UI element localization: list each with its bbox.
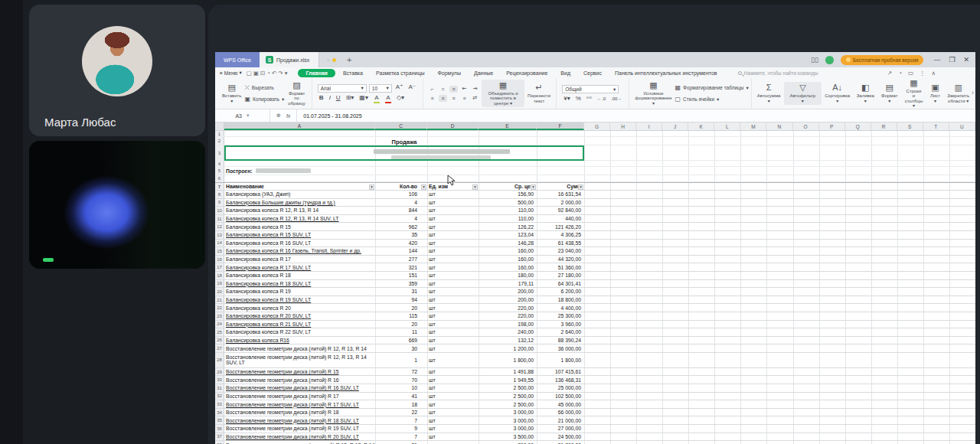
- row-number[interactable]: 3: [215, 145, 224, 160]
- row-number[interactable]: 28: [215, 353, 224, 367]
- row-number[interactable]: 36: [215, 425, 224, 433]
- table-row[interactable]: 33Восстановление геометрии диска (литой)…: [215, 400, 975, 409]
- column-header-O[interactable]: O: [793, 122, 819, 130]
- table-row[interactable]: 37Восстановление геометрии диска (литой)…: [215, 433, 975, 442]
- justify-icon[interactable]: ≡: [460, 95, 469, 102]
- increase-indent-icon[interactable]: ⇥: [471, 86, 479, 93]
- table-row[interactable]: 38Восстановление геометрии диска (стальн…: [215, 441, 975, 444]
- column-header-A[interactable]: A: [224, 122, 375, 130]
- conditional-formatting-button[interactable]: ▦ Условное форматирование ▾: [632, 81, 675, 106]
- column-header-S[interactable]: S: [897, 122, 923, 130]
- borders-button[interactable]: ⊞▾: [345, 95, 356, 103]
- fill-button[interactable]: ◧ Заливка ▾: [853, 83, 877, 103]
- format-painter-button[interactable]: ▨ Формат по образцу: [284, 81, 309, 106]
- table-row[interactable]: 11Балансировка колеса R 12, R 13, R 14 S…: [215, 215, 975, 224]
- row-number[interactable]: 33: [215, 400, 224, 408]
- row-number[interactable]: 34: [215, 409, 224, 416]
- notification-icon[interactable]: ◦: [327, 57, 329, 64]
- sort-button[interactable]: A↓ Сортировка ▾: [822, 83, 853, 103]
- table-row[interactable]: 9Балансировка Большие джипы (тундра и тд…: [215, 199, 975, 207]
- worksheet-button[interactable]: ▣ Лист ▾: [926, 83, 944, 103]
- merge-cells-icon[interactable]: ▦▾: [358, 95, 370, 103]
- sheet-row[interactable]: 7Наименование▾Кол-во▾Ед. изм▾Ср. цен▾Сум…: [215, 182, 975, 191]
- freeze-panes-button[interactable]: ▥ Закрепить области ▾: [944, 83, 972, 103]
- table-row[interactable]: 20Балансировка колеса R 1931шт200,006 20…: [215, 288, 975, 296]
- table-row[interactable]: 28Восстановление геометрии диска (литой)…: [215, 353, 975, 368]
- row-number[interactable]: 2: [215, 137, 224, 145]
- filter-dropdown-icon[interactable]: ▾: [578, 184, 583, 190]
- tab-Формулы[interactable]: Формулы: [432, 70, 466, 77]
- participant-tile-2[interactable]: [29, 141, 205, 269]
- row-number[interactable]: 26: [215, 337, 224, 344]
- row-number[interactable]: 12: [215, 223, 224, 230]
- document-tab[interactable]: S Продажи.xlsx: [260, 52, 319, 67]
- row-number[interactable]: 35: [215, 416, 224, 424]
- table-row[interactable]: 16Балансировка колеса R 17277шт160,0044 …: [215, 256, 975, 264]
- sheet-row[interactable]: 4: [215, 161, 975, 167]
- column-header-R[interactable]: R: [871, 122, 897, 130]
- decrease-indent-icon[interactable]: ⇤: [460, 86, 469, 93]
- table-row[interactable]: 13Балансировка колеса R 15 SUV, LT35шт12…: [215, 231, 975, 240]
- table-row[interactable]: 8Балансировка (УАЗ, Джип)106шт156,9016 6…: [215, 191, 975, 199]
- column-header-J[interactable]: J: [662, 122, 688, 130]
- font-color-button[interactable]: A: [384, 95, 393, 103]
- row-number[interactable]: 6: [215, 175, 224, 181]
- row-number[interactable]: 38: [215, 441, 224, 444]
- sheet-area[interactable]: ACDEFGHIJKLMNOPQRSTU 12Продажа345Построе…: [215, 122, 975, 444]
- row-number[interactable]: 23: [215, 312, 224, 320]
- sheet-row[interactable]: 2Продажа: [215, 137, 975, 145]
- tab-Вид[interactable]: Вид: [555, 70, 576, 77]
- table-row[interactable]: 29Восстановление геометрии диска (литой)…: [215, 368, 975, 377]
- row-number[interactable]: 16: [215, 256, 224, 263]
- close-button[interactable]: ✕: [963, 56, 969, 64]
- align-top-icon[interactable]: ⌐: [428, 86, 436, 93]
- orientation-icon[interactable]: ⇄: [471, 95, 479, 102]
- row-number[interactable]: 11: [215, 215, 224, 223]
- row-number[interactable]: 24: [215, 321, 224, 328]
- bold-button[interactable]: B: [318, 95, 325, 103]
- row-number[interactable]: 15: [215, 247, 224, 255]
- row-number[interactable]: 25: [215, 328, 224, 336]
- row-number[interactable]: 14: [215, 240, 224, 247]
- merge-center-button[interactable]: ▦ Объединить и поместить в центре ▾: [482, 80, 524, 108]
- table-row[interactable]: 36Восстановление геометрии диска (литой)…: [215, 425, 975, 433]
- filter-dropdown-icon[interactable]: ▾: [531, 184, 536, 190]
- column-header-F[interactable]: F: [537, 122, 584, 130]
- column-header-E[interactable]: E: [479, 122, 537, 130]
- table-row[interactable]: 10Балансировка колеса R 12, R 13, R 1484…: [215, 207, 975, 215]
- row-number[interactable]: 21: [215, 296, 224, 304]
- table-row[interactable]: 12Балансировка колеса R 15962шт126,22121…: [215, 223, 975, 231]
- cut-button[interactable]: ⤫Вырезать: [244, 83, 284, 92]
- column-header-M[interactable]: M: [740, 122, 766, 130]
- trial-badge[interactable]: Бесплатная пробная версия: [841, 55, 923, 65]
- row-number[interactable]: 37: [215, 433, 224, 441]
- table-row[interactable]: 32Восстановление геометрии диска (литой)…: [215, 393, 975, 401]
- copy-button[interactable]: ▣Копировать ▾: [244, 95, 284, 103]
- column-header-U[interactable]: U: [949, 122, 975, 130]
- decrease-decimal-icon[interactable]: ←.0: [596, 96, 607, 102]
- row-number[interactable]: 4: [215, 161, 224, 166]
- row-number[interactable]: 31: [215, 384, 224, 392]
- sheet-row[interactable]: 1: [215, 131, 975, 137]
- highlight-color-button[interactable]: A: [372, 95, 381, 103]
- row-number[interactable]: 7: [215, 183, 224, 190]
- column-header-N[interactable]: N: [766, 122, 792, 130]
- tab-Сервис[interactable]: Сервис: [578, 70, 607, 77]
- column-header-L[interactable]: L: [714, 122, 740, 130]
- number-format-select[interactable]: Общий▾: [562, 85, 619, 93]
- percent-icon[interactable]: %: [574, 96, 583, 102]
- row-number[interactable]: 29: [215, 368, 224, 376]
- row-number[interactable]: 1: [215, 131, 224, 136]
- row-number[interactable]: 13: [215, 231, 224, 239]
- row-number[interactable]: 27: [215, 344, 224, 352]
- account-avatar[interactable]: [825, 56, 834, 64]
- row-number[interactable]: 19: [215, 280, 224, 288]
- thousands-icon[interactable]: ⁰⁰⁰: [585, 96, 593, 102]
- table-row[interactable]: 15Балансировка колеса R 16 Газель, Trans…: [215, 247, 975, 256]
- column-header-K[interactable]: K: [688, 122, 714, 130]
- new-tab-button[interactable]: +: [347, 55, 351, 64]
- column-header-Q[interactable]: Q: [845, 122, 871, 130]
- column-header-T[interactable]: T: [923, 122, 949, 130]
- currency-icon[interactable]: ¥▾: [562, 96, 571, 102]
- align-middle-icon[interactable]: =: [439, 86, 447, 93]
